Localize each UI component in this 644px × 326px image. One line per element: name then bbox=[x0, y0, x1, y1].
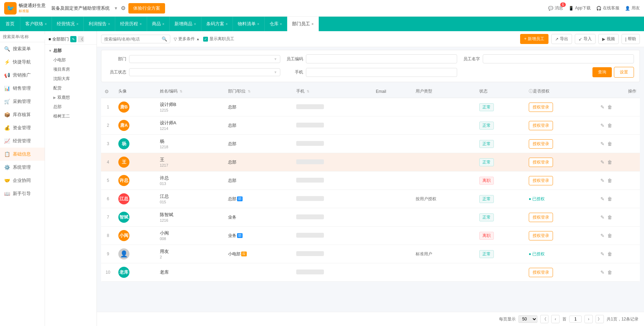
message-button[interactable]: 💬 消息 6 bbox=[548, 5, 563, 11]
sidebar-item-system[interactable]: ⚙️ 系统管理 bbox=[0, 161, 45, 174]
app-download-button[interactable]: 📱 App下载 bbox=[569, 5, 591, 11]
dept-node-headquarters[interactable]: ▼ 总部 bbox=[45, 46, 97, 55]
auth-login-button[interactable]: 授权登录 bbox=[529, 268, 553, 277]
nav-item-profit[interactable]: 利润报告 × bbox=[84, 17, 115, 31]
edit-icon[interactable]: ✎ bbox=[600, 214, 605, 220]
auth-login-button[interactable]: 授权登录 bbox=[529, 121, 553, 130]
auth-login-button[interactable]: 授权登录 bbox=[529, 231, 553, 240]
nav-item-addgoods[interactable]: 新增商品 × bbox=[170, 17, 201, 31]
dept-node-delivery[interactable]: 配货 bbox=[45, 83, 97, 93]
name-filter-input[interactable] bbox=[483, 54, 634, 63]
sidebar-item-purchase[interactable]: 🛒 采购管理 bbox=[0, 95, 45, 108]
edit-icon[interactable]: ✎ bbox=[600, 159, 605, 165]
delete-icon[interactable]: 🗑 bbox=[607, 270, 612, 275]
col-settings-icon[interactable]: ⚙ bbox=[105, 89, 109, 94]
delete-icon[interactable]: 🗑 bbox=[607, 141, 612, 147]
nav-close-barcode[interactable]: × bbox=[226, 22, 228, 26]
settings-icon[interactable]: ⚙ bbox=[121, 5, 126, 11]
query-button[interactable]: 查询 bbox=[592, 67, 612, 77]
dept-node-zhishu[interactable]: 植树王二 bbox=[45, 112, 97, 121]
help-button[interactable]: | 帮助 bbox=[622, 34, 640, 44]
nav-item-customer[interactable]: 客户联络 × bbox=[20, 17, 52, 31]
edit-icon[interactable]: ✎ bbox=[600, 270, 605, 275]
delete-icon[interactable]: 🗑 bbox=[607, 233, 612, 238]
show-resign-toggle[interactable]: ✓ 显示离职员工 bbox=[203, 36, 234, 42]
nav-close-history[interactable]: × bbox=[139, 22, 142, 26]
view-button[interactable]: ▶ 视频 bbox=[598, 34, 619, 44]
nav-close-addgoods[interactable]: × bbox=[194, 22, 196, 26]
delete-icon[interactable]: 🗑 bbox=[607, 251, 612, 257]
nav-close-customer[interactable]: × bbox=[45, 22, 47, 26]
export-button[interactable]: ↗ 导出 bbox=[551, 34, 572, 44]
nav-item-warehouse[interactable]: 仓库 × bbox=[265, 17, 287, 31]
dept-node-zongbu[interactable]: 总部 bbox=[45, 102, 97, 112]
delete-icon[interactable]: 🗑 bbox=[607, 159, 612, 165]
dept-edit-button[interactable]: ✎ bbox=[70, 36, 76, 42]
auth-login-button[interactable]: 授权登录 bbox=[529, 213, 553, 222]
dept-collapse-button[interactable]: 《 bbox=[78, 36, 84, 42]
sort-phone-icon[interactable]: ⇅ bbox=[307, 89, 309, 93]
user-button[interactable]: 👤 用友 bbox=[625, 5, 640, 11]
sidebar-item-sales[interactable]: 📊 销售管理 bbox=[0, 82, 45, 95]
prev-page-button[interactable]: ‹ bbox=[551, 315, 560, 323]
dept-node-xiaoelectronics[interactable]: 小电部 bbox=[45, 55, 97, 65]
phone-filter-input[interactable] bbox=[306, 68, 457, 77]
sidebar-item-basic[interactable]: 📋 基础信息 bbox=[0, 148, 45, 161]
last-page-button[interactable]: 》 bbox=[596, 315, 604, 323]
auth-login-button[interactable]: 授权登录 bbox=[529, 103, 553, 112]
delete-icon[interactable]: 🗑 bbox=[607, 123, 612, 128]
sidebar-item-nav[interactable]: ⚡ 快捷导航 bbox=[0, 55, 45, 69]
edit-icon[interactable]: ✎ bbox=[600, 196, 605, 202]
first-page-button[interactable]: 《 bbox=[540, 315, 548, 323]
nav-close-bom[interactable]: × bbox=[257, 22, 259, 26]
nav-close-warehouse[interactable]: × bbox=[280, 22, 282, 26]
sidebar-item-search[interactable]: 🔍 搜索菜单 bbox=[0, 42, 45, 55]
page-number-input[interactable] bbox=[569, 316, 582, 323]
status-filter-select[interactable]: ▼ bbox=[129, 68, 280, 76]
nav-item-staff[interactable]: 部门员工 × bbox=[287, 17, 319, 31]
set-button[interactable]: 设置 bbox=[614, 67, 634, 78]
delete-icon[interactable]: 🗑 bbox=[607, 178, 612, 183]
delete-icon[interactable]: 🗑 bbox=[607, 196, 612, 202]
nav-close-profit[interactable]: × bbox=[108, 22, 110, 26]
dept-node-shuanglu[interactable]: ▶ 双鹿想 bbox=[45, 93, 97, 102]
edit-icon[interactable]: ✎ bbox=[600, 104, 605, 110]
nav-close-operation[interactable]: × bbox=[76, 22, 78, 26]
nav-close-staff[interactable]: × bbox=[311, 22, 314, 26]
add-employee-button[interactable]: + 新增员工 bbox=[520, 34, 548, 44]
service-button[interactable]: 🎧 在线客服 bbox=[596, 5, 619, 11]
search-input[interactable] bbox=[104, 37, 160, 42]
system-dropdown-arrow[interactable]: ▼ bbox=[114, 6, 118, 11]
delete-icon[interactable]: 🗑 bbox=[607, 214, 612, 220]
sidebar-item-inventory[interactable]: 📦 库存核算 bbox=[0, 108, 45, 121]
dept-filter-select[interactable]: ▼ bbox=[129, 55, 280, 63]
edit-icon[interactable]: ✎ bbox=[600, 178, 605, 183]
import-button[interactable]: ↙ 导入 bbox=[575, 34, 596, 44]
sidebar-item-guide[interactable]: 📖 新手引导 bbox=[0, 187, 45, 200]
code-filter-input[interactable] bbox=[306, 54, 457, 63]
edit-icon[interactable]: ✎ bbox=[600, 251, 605, 257]
delete-icon[interactable]: 🗑 bbox=[607, 104, 612, 110]
next-page-button[interactable]: › bbox=[584, 315, 593, 323]
sidebar-item-business[interactable]: 📈 经营管理 bbox=[0, 134, 45, 148]
sidebar-item-finance[interactable]: 💰 资金管理 bbox=[0, 121, 45, 134]
dept-node-project[interactable]: 项目库房 bbox=[45, 65, 97, 74]
auth-login-button[interactable]: 授权登录 bbox=[529, 176, 553, 185]
nav-item-goods[interactable]: 商品 × bbox=[147, 17, 170, 31]
sort-dept-icon[interactable]: ⇅ bbox=[248, 89, 251, 93]
per-page-select[interactable]: 50 100 200 bbox=[518, 315, 537, 323]
auth-login-button[interactable]: 授权登录 bbox=[529, 139, 553, 149]
auth-login-button[interactable]: 授权登录 bbox=[529, 158, 553, 167]
edit-icon[interactable]: ✎ bbox=[600, 141, 605, 147]
sidebar-item-marketing[interactable]: 📢 营销推广 bbox=[0, 69, 45, 82]
nav-item-home[interactable]: 首页 bbox=[0, 17, 20, 31]
nav-item-bom[interactable]: 物料清单 × bbox=[233, 17, 264, 31]
edit-icon[interactable]: ✎ bbox=[600, 123, 605, 128]
dept-node-shenyang[interactable]: 沈阳大库 bbox=[45, 74, 97, 83]
nav-item-barcode[interactable]: 条码方案 × bbox=[201, 17, 233, 31]
more-filter-button[interactable]: ▽ 更多条件 ▲ bbox=[174, 36, 200, 42]
nav-item-operation[interactable]: 经营情况 × bbox=[52, 17, 83, 31]
sort-name-icon[interactable]: ⇅ bbox=[180, 89, 182, 93]
trial-button[interactable]: 体验行业方案 bbox=[128, 3, 165, 14]
nav-item-history[interactable]: 经营历程 × bbox=[115, 17, 147, 31]
